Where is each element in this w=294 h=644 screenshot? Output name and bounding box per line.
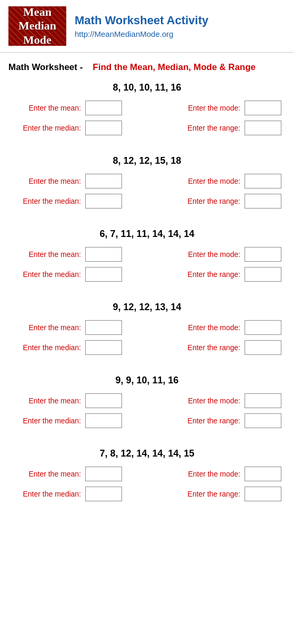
mean-label-4: Enter the mean: [13, 323, 81, 332]
logo-text: MeanMedianMode [18, 6, 56, 46]
problem-5-mean-row: Enter the mean: Enter the mode: [8, 393, 286, 408]
mean-label-5: Enter the mean: [13, 397, 81, 405]
problem-4: 9, 12, 12, 13, 14 Enter the mean: Enter … [8, 302, 286, 365]
problem-4-numbers: 9, 12, 12, 13, 14 [8, 302, 286, 313]
site-title: Math Worksheet Activity [75, 14, 208, 27]
site-url: http://MeanMedianMode.org [75, 29, 208, 38]
median-label-2: Enter the median: [13, 197, 81, 205]
problem-1-median-row: Enter the median: Enter the range: [8, 121, 286, 135]
problem-5: 9, 9, 10, 11, 16 Enter the mean: Enter t… [8, 375, 286, 439]
range-label-1: Enter the range: [172, 124, 240, 132]
page-title: Math Worksheet - Find the Mean, Median, … [0, 53, 294, 77]
page-title-prefix: Math Worksheet - [8, 62, 83, 72]
mean-label-2: Enter the mean: [13, 177, 81, 185]
problem-5-median-row: Enter the median: Enter the range: [8, 413, 286, 428]
mean-input-6[interactable] [85, 467, 122, 481]
problem-1: 8, 10, 10, 11, 16 Enter the mean: Enter … [8, 82, 286, 146]
mode-input-5[interactable] [245, 393, 281, 408]
range-input-6[interactable] [245, 487, 281, 501]
page-title-suffix: Find the Mean, Median, Mode & Range [93, 62, 256, 72]
median-input-4[interactable] [85, 340, 122, 355]
problem-6-mean-row: Enter the mean: Enter the mode: [8, 467, 286, 481]
problem-5-numbers: 9, 9, 10, 11, 16 [8, 375, 286, 386]
range-input-4[interactable] [245, 340, 281, 355]
problem-6-numbers: 7, 8, 12, 14, 14, 14, 15 [8, 448, 286, 459]
mode-label-6: Enter the mode: [172, 470, 240, 478]
mode-input-2[interactable] [245, 174, 281, 189]
mean-label-3: Enter the mean: [13, 250, 81, 259]
median-input-5[interactable] [85, 413, 122, 428]
median-label-6: Enter the median: [13, 490, 81, 498]
range-input-2[interactable] [245, 194, 281, 209]
problem-1-numbers: 8, 10, 10, 11, 16 [8, 82, 286, 93]
problem-3: 6, 7, 11, 11, 14, 14, 14 Enter the mean:… [8, 229, 286, 292]
mode-label-3: Enter the mode: [172, 250, 240, 259]
problem-6-median-row: Enter the median: Enter the range: [8, 487, 286, 501]
logo: MeanMedianMode [8, 6, 66, 46]
problem-2-mean-row: Enter the mean: Enter the mode: [8, 174, 286, 189]
range-label-4: Enter the range: [172, 343, 240, 352]
mean-input-5[interactable] [85, 393, 122, 408]
range-input-3[interactable] [245, 267, 281, 282]
mode-input-1[interactable] [245, 101, 281, 115]
median-label-3: Enter the median: [13, 270, 81, 279]
mode-input-3[interactable] [245, 247, 281, 262]
header: MeanMedianMode Math Worksheet Activity h… [0, 0, 294, 53]
range-input-1[interactable] [245, 121, 281, 135]
mean-label-6: Enter the mean: [13, 470, 81, 478]
header-title: Math Worksheet Activity http://MeanMedia… [75, 14, 208, 38]
mode-label-1: Enter the mode: [172, 104, 240, 112]
mean-input-2[interactable] [85, 174, 122, 189]
mode-label-2: Enter the mode: [172, 177, 240, 185]
mode-label-4: Enter the mode: [172, 323, 240, 332]
problem-4-mean-row: Enter the mean: Enter the mode: [8, 320, 286, 335]
problem-3-mean-row: Enter the mean: Enter the mode: [8, 247, 286, 262]
median-label-5: Enter the median: [13, 417, 81, 425]
range-label-3: Enter the range: [172, 270, 240, 279]
mean-input-1[interactable] [85, 101, 122, 115]
mode-input-4[interactable] [245, 320, 281, 335]
mode-input-6[interactable] [245, 467, 281, 481]
problems-container: 8, 10, 10, 11, 16 Enter the mean: Enter … [0, 82, 294, 532]
range-label-2: Enter the range: [172, 197, 240, 205]
median-input-2[interactable] [85, 194, 122, 209]
median-label-4: Enter the median: [13, 343, 81, 352]
mean-input-4[interactable] [85, 320, 122, 335]
mode-label-5: Enter the mode: [172, 397, 240, 405]
median-input-1[interactable] [85, 121, 122, 135]
median-input-6[interactable] [85, 487, 122, 501]
problem-6: 7, 8, 12, 14, 14, 14, 15 Enter the mean:… [8, 448, 286, 512]
problem-2: 8, 12, 12, 15, 18 Enter the mean: Enter … [8, 155, 286, 219]
median-label-1: Enter the median: [13, 124, 81, 132]
problem-2-median-row: Enter the median: Enter the range: [8, 194, 286, 209]
range-label-5: Enter the range: [172, 417, 240, 425]
problem-4-median-row: Enter the median: Enter the range: [8, 340, 286, 355]
problem-3-median-row: Enter the median: Enter the range: [8, 267, 286, 282]
problem-1-mean-row: Enter the mean: Enter the mode: [8, 101, 286, 115]
mean-input-3[interactable] [85, 247, 122, 262]
range-input-5[interactable] [245, 413, 281, 428]
median-input-3[interactable] [85, 267, 122, 282]
mean-label-1: Enter the mean: [13, 104, 81, 112]
problem-2-numbers: 8, 12, 12, 15, 18 [8, 155, 286, 166]
problem-3-numbers: 6, 7, 11, 11, 14, 14, 14 [8, 229, 286, 240]
range-label-6: Enter the range: [172, 490, 240, 498]
